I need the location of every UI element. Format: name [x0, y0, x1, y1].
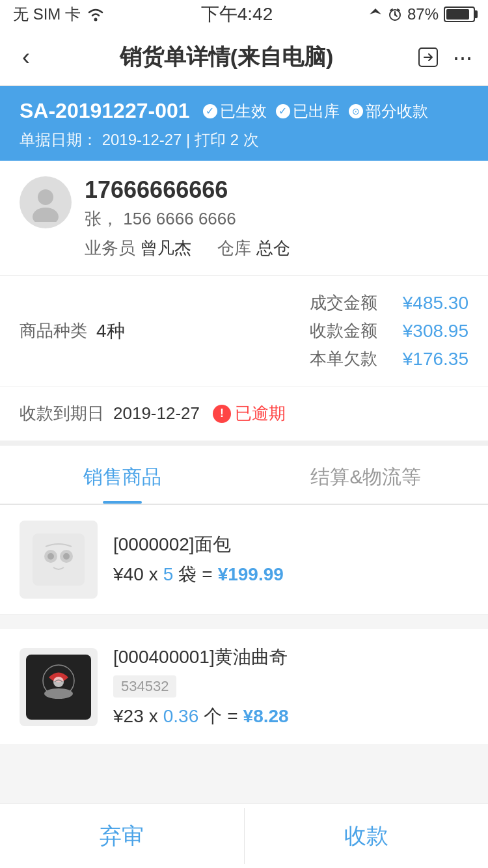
overdue-badge: ! 已逾期 — [213, 402, 286, 425]
product-sku-2: 534532 — [113, 675, 176, 698]
wifi-icon — [86, 7, 105, 21]
more-button[interactable]: ··· — [453, 44, 472, 71]
svg-rect-5 — [33, 534, 85, 586]
status-badge-shipped: ✓ 已出库 — [276, 101, 340, 122]
share-icon[interactable] — [416, 46, 440, 69]
product-image-2 — [20, 648, 98, 726]
product-type-value: 4种 — [96, 319, 125, 344]
warehouse-value: 总仓 — [256, 237, 290, 260]
location-icon — [368, 7, 383, 21]
nav-actions: ··· — [416, 44, 472, 71]
status-bar-left: 无 SIM 卡 — [13, 4, 105, 25]
avatar — [20, 176, 72, 228]
product-details-2: [000400001]黄油曲奇 534532 ¥23 x 0.36 个 = ¥8… — [113, 645, 468, 729]
collect-payment-button[interactable]: 收款 — [245, 808, 489, 864]
list-item: [0000002]面包 ¥40 x 5 袋 = ¥199.99 — [0, 505, 488, 615]
salesperson-value: 曾凡杰 — [141, 237, 191, 260]
battery-percentage: 87% — [407, 5, 439, 23]
product-qty-1: 5 — [163, 564, 174, 585]
product-total-1: ¥199.99 — [218, 564, 284, 585]
status-badge-effective: ✓ 已生效 — [203, 101, 267, 122]
list-item: [000400001]黄油曲奇 534532 ¥23 x 0.36 个 = ¥8… — [0, 629, 488, 745]
overdue-icon: ! — [213, 405, 231, 423]
page-title: 销货单详情(来自电脑) — [120, 42, 334, 72]
svg-point-4 — [33, 208, 59, 222]
product-type-info: 商品种类 4种 — [20, 292, 125, 370]
battery-icon — [444, 7, 475, 22]
status-bar-right: 87% — [368, 5, 475, 23]
due-date-value: 2019-12-27 — [113, 403, 200, 424]
bottom-bar: 弃审 收款 — [0, 803, 488, 868]
svg-point-8 — [47, 553, 54, 560]
check-icon-2: ✓ — [276, 104, 290, 118]
tabs-section: 销售商品 结算&物流等 — [0, 446, 488, 505]
status-bar-time: 下午4:42 — [201, 2, 273, 27]
nav-bar: ‹ 销货单详情(来自电脑) ··· — [0, 29, 488, 86]
product-list: [0000002]面包 ¥40 x 5 袋 = ¥199.99 — [0, 505, 488, 745]
product-total-2: ¥8.28 — [243, 706, 289, 727]
deal-amount-value: ¥485.30 — [390, 293, 468, 314]
due-date-section: 收款到期日 2019-12-27 ! 已逾期 — [0, 387, 488, 446]
check-icon-1: ✓ — [203, 104, 217, 118]
collected-amount-value: ¥308.95 — [390, 321, 468, 342]
svg-point-9 — [63, 553, 70, 560]
product-qty-2: 0.36 — [163, 706, 199, 727]
status-badges: ✓ 已生效 ✓ 已出库 ⊙ 部分收款 — [203, 101, 428, 122]
customer-meta: 业务员 曾凡杰 仓库 总仓 — [85, 237, 468, 260]
status-badge-partial: ⊙ 部分收款 — [349, 101, 428, 122]
customer-account-id: 17666666666 — [85, 176, 468, 204]
svg-point-3 — [38, 189, 53, 205]
owed-amount-row: 本单欠款 ¥176.35 — [310, 347, 468, 370]
order-header-banner: SA-20191227-001 ✓ 已生效 ✓ 已出库 ⊙ 部分收款 单据日期：… — [0, 86, 488, 161]
customer-section: 17666666666 张， 156 6666 6666 业务员 曾凡杰 仓库 … — [0, 161, 488, 276]
back-button[interactable]: ‹ — [16, 37, 36, 77]
product-price-row-1: ¥40 x 5 袋 = ¥199.99 — [113, 562, 468, 587]
customer-info: 17666666666 张， 156 6666 6666 业务员 曾凡杰 仓库 … — [85, 176, 468, 260]
warehouse-item: 仓库 总仓 — [217, 237, 290, 260]
tab-products[interactable]: 销售商品 — [0, 446, 244, 504]
product-name-2: [000400001]黄油曲奇 — [113, 645, 468, 670]
salesperson-item: 业务员 曾凡杰 — [85, 237, 191, 260]
collected-amount-row: 收款金额 ¥308.95 — [310, 319, 468, 342]
order-meta: 单据日期： 2019-12-27 | 打印 2 次 — [20, 129, 468, 150]
product-image-1 — [20, 521, 98, 599]
tab-settlement[interactable]: 结算&物流等 — [244, 446, 488, 504]
owed-amount-value: ¥176.35 — [390, 349, 468, 370]
product-name-1: [0000002]面包 — [113, 532, 468, 557]
carrier-label: 无 SIM 卡 — [13, 4, 81, 25]
alarm-icon — [388, 7, 402, 21]
product-price-row-2: ¥23 x 0.36 个 = ¥8.28 — [113, 704, 468, 729]
order-id: SA-20191227-001 — [20, 99, 190, 123]
deal-amount-row: 成交金额 ¥485.30 — [310, 292, 468, 314]
cancel-audit-button[interactable]: 弃审 — [0, 808, 245, 864]
status-bar: 无 SIM 卡 下午4:42 87% — [0, 0, 488, 29]
summary-section: 商品种类 4种 成交金额 ¥485.30 收款金额 ¥308.95 本单欠款 ¥… — [0, 276, 488, 387]
product-details-1: [0000002]面包 ¥40 x 5 袋 = ¥199.99 — [113, 532, 468, 587]
svg-point-12 — [44, 688, 73, 699]
svg-point-0 — [94, 18, 98, 21]
clock-icon: ⊙ — [349, 104, 363, 118]
amount-summary: 成交金额 ¥485.30 收款金额 ¥308.95 本单欠款 ¥176.35 — [310, 292, 468, 370]
customer-name-phone: 张， 156 6666 6666 — [85, 208, 468, 230]
